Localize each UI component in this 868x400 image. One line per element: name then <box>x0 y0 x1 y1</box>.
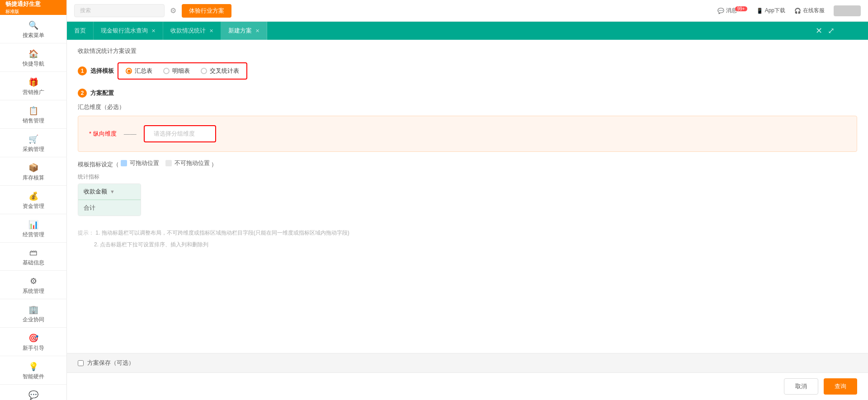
non-draggable-indicator <box>165 160 172 166</box>
tab-collection-stats-label: 收款情况统计 <box>170 27 206 35</box>
metrics-table-header[interactable]: 收款金额 ▼ <box>78 184 141 200</box>
page-title: 收款情况统计方案设置 <box>78 47 857 55</box>
sidebar-item-label: 营销推广 <box>23 89 44 96</box>
metrics-label: 统计指标 <box>78 173 141 181</box>
finance-icon: 💰 <box>28 191 38 201</box>
close-window-icon[interactable]: ✕ <box>813 26 825 36</box>
sidebar-item-quick-nav[interactable]: 🏠 快捷导航 <box>0 43 66 72</box>
download-btn[interactable]: 📱 App下载 <box>756 7 785 14</box>
arrow-icon: —— <box>124 130 137 137</box>
draggable-label: 可拖动位置 <box>130 159 159 167</box>
topbar: 搜索 ⚙ 体验行业方案 💬 消息 99+ 📱 App下载 🎧 在线客服 <box>67 0 868 22</box>
sidebar-item-enterprise[interactable]: 🏢 企业协同 <box>0 299 66 328</box>
sidebar-logo: 畅捷通好生意 标准版 <box>0 0 66 15</box>
tab-new-plan-close[interactable]: ✕ <box>255 28 259 34</box>
metrics-title: 模板指标设定（ 可拖动位置 不可拖动位置 ） <box>78 159 217 169</box>
template-options: 汇总表 明细表 交叉统计表 <box>118 62 247 80</box>
purchase-icon: 🛒 <box>28 134 38 144</box>
step1-title: 选择模板 <box>90 67 114 75</box>
gift-icon: 🎁 <box>28 77 38 87</box>
sidebar-item-label: 企业协同 <box>23 316 44 324</box>
dimension-section-title: 汇总维度（必选） <box>78 103 857 111</box>
chevron-down-icon: ▼ <box>110 189 115 194</box>
tab-bank-flow-label: 现金银行流水查询 <box>101 27 148 35</box>
tab-new-plan[interactable]: 新建方案 ✕ <box>221 22 267 40</box>
main-area: 搜索 ⚙ 体验行业方案 💬 消息 99+ 📱 App下载 🎧 在线客服 首 <box>67 0 868 400</box>
cancel-button[interactable]: 取消 <box>784 378 818 395</box>
sidebar-item-hardware[interactable]: 💡 智能硬件 <box>0 356 66 385</box>
sidebar-item-label: 系统管理 <box>23 287 44 295</box>
draggable-indicator <box>121 160 127 166</box>
service-btn[interactable]: 🎧 在线客服 <box>794 7 825 14</box>
sidebar-item-operations[interactable]: 📊 经营管理 <box>0 214 66 243</box>
tabs-bar: 首页 现金银行流水查询 ✕ 收款情况统计 ✕ 新建方案 ✕ ✕ ⤢ <box>67 22 868 40</box>
home-icon: 🏠 <box>28 49 38 59</box>
tab-collection-stats-close[interactable]: ✕ <box>209 28 213 34</box>
enterprise-icon: 🏢 <box>28 305 38 315</box>
sidebar-item-label: 新手引导 <box>23 344 44 352</box>
sidebar-item-basic-info[interactable]: 🗃 基础信息 <box>0 243 66 271</box>
tab-bank-flow-close[interactable]: ✕ <box>151 28 156 34</box>
avatar <box>834 5 861 16</box>
inventory-icon: 📦 <box>28 163 38 173</box>
radio-cross-label: 交叉统计表 <box>210 67 239 75</box>
sidebar-item-label: 库存核算 <box>23 174 44 182</box>
tips-section: 提示： 1. 拖动标题栏可以调整布局，不可跨维度或指标区域拖动栏目字段(只能在同… <box>78 228 857 249</box>
radio-cross-circle <box>201 68 207 74</box>
sidebar-item-sales[interactable]: 📋 销售管理 <box>0 100 66 129</box>
sidebar: 畅捷通好生意 标准版 🔍 搜索菜单 🏠 快捷导航 🎁 营销推广 📋 销售管理 🛒… <box>0 0 67 400</box>
message-btn[interactable]: 💬 消息 99+ <box>717 7 747 14</box>
sidebar-item-inventory[interactable]: 📦 库存核算 <box>0 157 66 186</box>
tab-new-plan-label: 新建方案 <box>228 27 252 35</box>
download-label: App下载 <box>765 7 785 14</box>
basic-info-icon: 🗃 <box>29 248 38 258</box>
sidebar-item-system[interactable]: ⚙ 系统管理 <box>0 271 66 299</box>
metrics-header-label: 收款金额 <box>84 188 107 196</box>
tab-bank-flow[interactable]: 现金银行流水查询 ✕ <box>94 22 163 40</box>
step2-section: 2 方案配置 汇总维度（必选） * 纵向维度 —— 请选择分组维度 <box>78 89 857 249</box>
footer-bar: 取消 查询 <box>67 372 868 400</box>
maximize-icon[interactable]: ⤢ <box>825 26 837 36</box>
step2-title: 方案配置 <box>90 89 114 97</box>
tip1: 1. 拖动标题栏可以调整布局，不可跨维度或指标区域拖动栏目字段(只能在同一维度或… <box>95 230 349 236</box>
hardware-icon: 💡 <box>28 362 38 372</box>
search-bar[interactable]: 搜索 <box>74 4 165 17</box>
operations-icon: 📊 <box>28 220 38 230</box>
page-content: 收款情况统计方案设置 1 选择模板 汇总表 明细表 <box>67 40 868 400</box>
save-option-bar: 方案保存（可选） <box>67 353 868 372</box>
query-button[interactable]: 查询 <box>824 378 857 395</box>
form-area: 收款情况统计方案设置 1 选择模板 汇总表 明细表 <box>67 40 868 353</box>
tab-collection-stats[interactable]: 收款情况统计 ✕ <box>163 22 221 40</box>
sidebar-item-label: 资金管理 <box>23 202 44 210</box>
sidebar-item-purchase[interactable]: 🛒 采购管理 <box>0 129 66 157</box>
sidebar-item-wechat[interactable]: 💬 企业微信 <box>0 385 66 400</box>
sidebar-item-finance[interactable]: 💰 资金管理 <box>0 186 66 214</box>
radio-detail[interactable]: 明细表 <box>163 67 190 75</box>
download-icon: 📱 <box>756 8 763 14</box>
topbar-left: 搜索 ⚙ 体验行业方案 <box>74 4 231 18</box>
vertical-dimension-label: * 纵向维度 <box>89 130 117 138</box>
metrics-section: 模板指标设定（ 可拖动位置 不可拖动位置 ） 统计指标 <box>78 159 857 217</box>
search-placeholder: 搜索 <box>80 7 91 14</box>
step2-number: 2 <box>78 89 87 98</box>
metrics-layout: 统计指标 收款金额 ▼ 合计 <box>78 173 857 217</box>
dimension-area: * 纵向维度 —— 请选择分组维度 <box>78 116 857 152</box>
industry-btn[interactable]: 体验行业方案 <box>182 4 231 18</box>
radio-summary[interactable]: 汇总表 <box>126 67 152 75</box>
radio-summary-circle <box>126 68 132 74</box>
tab-home[interactable]: 首页 <box>67 22 94 40</box>
sidebar-item-label: 智能硬件 <box>23 373 44 381</box>
beginner-icon: 🎯 <box>28 333 38 343</box>
settings-icon[interactable]: ⚙ <box>170 6 176 15</box>
dimension-select[interactable]: 请选择分组维度 <box>144 125 216 142</box>
save-label: 方案保存（可选） <box>87 359 134 367</box>
sidebar-item-search[interactable]: 🔍 搜索菜单 <box>0 15 66 43</box>
step1-header: 1 选择模板 汇总表 明细表 交 <box>78 62 857 80</box>
sidebar-item-label: 采购管理 <box>23 146 44 153</box>
radio-cross[interactable]: 交叉统计表 <box>201 67 239 75</box>
sidebar-item-marketing[interactable]: 🎁 营销推广 <box>0 72 66 100</box>
sidebar-item-label: 快捷导航 <box>23 60 44 68</box>
save-checkbox[interactable] <box>78 360 84 366</box>
step1-number: 1 <box>78 66 87 75</box>
sidebar-item-beginner[interactable]: 🎯 新手引导 <box>0 328 66 356</box>
